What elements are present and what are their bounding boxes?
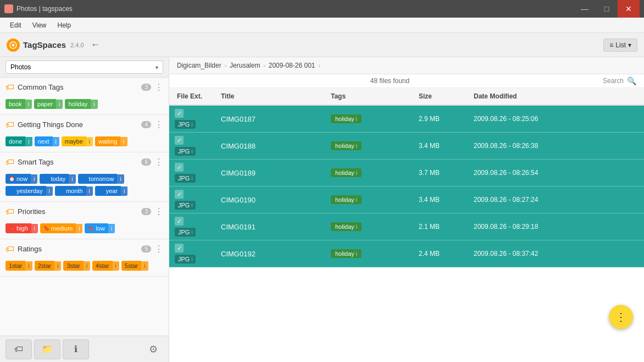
breadcrumb-digicam[interactable]: Digicam_Bilder: [177, 62, 221, 69]
tag-group-ratings-menu[interactable]: ⋮: [154, 244, 163, 254]
tag-now[interactable]: ⏰now i: [5, 174, 37, 184]
tag-holiday-1[interactable]: holiday i: [331, 141, 362, 150]
list-view-button[interactable]: ≡ List ▾: [603, 39, 637, 52]
ext-badge-1[interactable]: JPG i: [175, 147, 196, 156]
tag-waiting[interactable]: waiting i: [95, 136, 127, 146]
breadcrumb-sep-3: ›: [319, 63, 320, 69]
tag-today[interactable]: 👤today i: [40, 174, 75, 184]
checkbox-1[interactable]: ✓: [175, 136, 184, 145]
cell-title-0: CIMG0187: [213, 105, 323, 133]
tag-group-common-menu[interactable]: ⋮: [154, 82, 163, 92]
tag-low[interactable]: 🔖low i: [85, 223, 115, 233]
location-dropdown[interactable]: Photos ▾: [5, 61, 163, 74]
tag-yesterday[interactable]: 👤yesterday i: [5, 186, 53, 196]
checkbox-3[interactable]: ✓: [175, 190, 184, 199]
list-label: List: [615, 41, 626, 49]
ext-badge-5[interactable]: JPG i: [175, 255, 196, 264]
table-row[interactable]: ✓ JPG i CIMG0192 holiday i 2.4 MB 2009.0…: [169, 240, 644, 267]
titlebar: Photos | tagspaces — □ ✕: [0, 0, 644, 18]
tag-group-gtd-header[interactable]: 🏷 Getting Things Done 4 ⋮: [0, 115, 169, 134]
tag-today-info: i: [69, 174, 75, 184]
cell-tags-5: holiday i: [323, 240, 411, 267]
settings-button[interactable]: ⚙: [143, 339, 163, 359]
menu-help[interactable]: Help: [52, 19, 76, 31]
tag-holiday-0[interactable]: holiday i: [331, 114, 362, 123]
cell-title-1: CIMG0188: [213, 133, 323, 160]
close-button[interactable]: ✕: [618, 0, 640, 18]
checkbox-2[interactable]: ✓: [175, 163, 184, 172]
tag-tomorrow-label: 👤tomorrow: [78, 174, 118, 184]
tag-5star-info: i: [141, 261, 148, 271]
tag-4star[interactable]: 4star i: [92, 261, 119, 271]
tag-holiday-2[interactable]: holiday i: [331, 168, 362, 177]
back-button[interactable]: ←: [91, 39, 101, 51]
fab-button[interactable]: ⋮: [609, 305, 633, 329]
tag-group-priorities: 🏷 Priorities 3 ⋮ 🔖high i 🔖medium i: [0, 202, 169, 239]
ext-badge-2[interactable]: JPG i: [175, 174, 196, 183]
maximize-button[interactable]: □: [596, 0, 618, 18]
tag-medium[interactable]: 🔖medium i: [40, 223, 82, 233]
breadcrumb-folder[interactable]: 2009-08-26 001: [269, 62, 315, 69]
tag-month[interactable]: 👤month i: [55, 186, 93, 196]
ext-badge-0[interactable]: JPG i: [175, 120, 196, 129]
tag-group-common-header[interactable]: 🏷 Common Tags 3 ⋮: [0, 78, 169, 97]
tag-group-ratings-title: Ratings: [18, 245, 138, 253]
table-row[interactable]: ✓ JPG i CIMG0187 holiday i 2.9 MB 2009.0…: [169, 105, 644, 133]
checkbox-5[interactable]: ✓: [175, 244, 184, 253]
tag-paper[interactable]: paper i: [34, 99, 63, 109]
tag-group-ratings-icon: 🏷: [5, 244, 14, 254]
menu-view[interactable]: View: [27, 19, 52, 31]
table-row[interactable]: ✓ JPG i CIMG0188 holiday i 3.4 MB 2009.0…: [169, 133, 644, 160]
tags-button[interactable]: 🏷: [5, 339, 32, 359]
table-row[interactable]: ✓ JPG i CIMG0191 holiday i 2.1 MB 2009.0…: [169, 213, 644, 240]
ext-badge-3[interactable]: JPG i: [175, 201, 196, 210]
cell-ext-4: ✓ JPG i: [169, 213, 213, 240]
tag-4star-info: i: [113, 261, 119, 271]
tag-next[interactable]: next i: [35, 136, 59, 146]
checkbox-0[interactable]: ✓: [175, 109, 184, 118]
tag-group-priorities-menu[interactable]: ⋮: [154, 206, 163, 217]
tag-tomorrow[interactable]: 👤tomorrow i: [78, 174, 124, 184]
table-row[interactable]: ✓ JPG i CIMG0189 holiday i 3.7 MB 2009.0…: [169, 160, 644, 187]
ext-label-2: JPG: [178, 175, 190, 182]
tag-group-smart-header[interactable]: 🏷 Smart Tags 6 ⋮: [0, 152, 169, 172]
tag-group-smart: 🏷 Smart Tags 6 ⋮ ⏰now i 👤today i: [0, 152, 169, 202]
minimize-button[interactable]: —: [574, 0, 596, 18]
tag-year-info: i: [121, 187, 127, 196]
tag-1star[interactable]: 1star i: [5, 261, 32, 271]
tag-3star[interactable]: 3star i: [63, 261, 90, 271]
breadcrumb-jerusalem[interactable]: Jerusalem: [230, 62, 260, 69]
tag-group-gtd-body: done i next i maybe i waiting: [0, 134, 169, 152]
tag-done[interactable]: done i: [5, 136, 32, 146]
ext-badge-4[interactable]: JPG i: [175, 228, 196, 237]
tag-group-smart-menu[interactable]: ⋮: [154, 157, 163, 167]
tag-group-priorities-header[interactable]: 🏷 Priorities 3 ⋮: [0, 202, 169, 221]
table-row[interactable]: ✓ JPG i CIMG0190 holiday i 3.4 MB 2009.0…: [169, 187, 644, 213]
tag-book[interactable]: book i: [5, 99, 32, 109]
checkbox-4[interactable]: ✓: [175, 217, 184, 226]
search-icon[interactable]: 🔍: [627, 76, 636, 85]
tag-high-label: 🔖high: [5, 223, 31, 233]
ext-info-1: i: [191, 149, 192, 154]
sidebar-bottom: 🏷 📁 ℹ ⚙: [0, 336, 169, 362]
tag-yesterday-label: 👤yesterday: [5, 186, 46, 196]
info-button[interactable]: ℹ: [63, 339, 89, 359]
cell-tags-1: holiday i: [323, 133, 411, 160]
tag-5star[interactable]: 5star i: [121, 261, 148, 271]
cell-tags-2: holiday i: [323, 160, 411, 187]
tag-year[interactable]: 👤year i: [95, 186, 128, 196]
search-label: Search: [603, 77, 624, 85]
tag-holiday-4[interactable]: holiday i: [331, 222, 362, 231]
cell-title-3: CIMG0190: [213, 187, 323, 213]
tag-holiday[interactable]: holiday i: [65, 99, 97, 109]
tag-holiday-5[interactable]: holiday i: [331, 249, 362, 258]
folder-button[interactable]: 📁: [34, 339, 60, 359]
tag-maybe[interactable]: maybe i: [62, 136, 93, 146]
tag-next-label: next: [35, 136, 53, 146]
tag-group-ratings-header[interactable]: 🏷 Ratings 5 ⋮: [0, 239, 169, 259]
tag-group-gtd-menu[interactable]: ⋮: [154, 119, 163, 130]
tag-high[interactable]: 🔖high i: [5, 223, 38, 233]
menu-edit[interactable]: Edit: [4, 19, 27, 31]
tag-holiday-3[interactable]: holiday i: [331, 195, 362, 204]
tag-2star[interactable]: 2star i: [35, 261, 62, 271]
